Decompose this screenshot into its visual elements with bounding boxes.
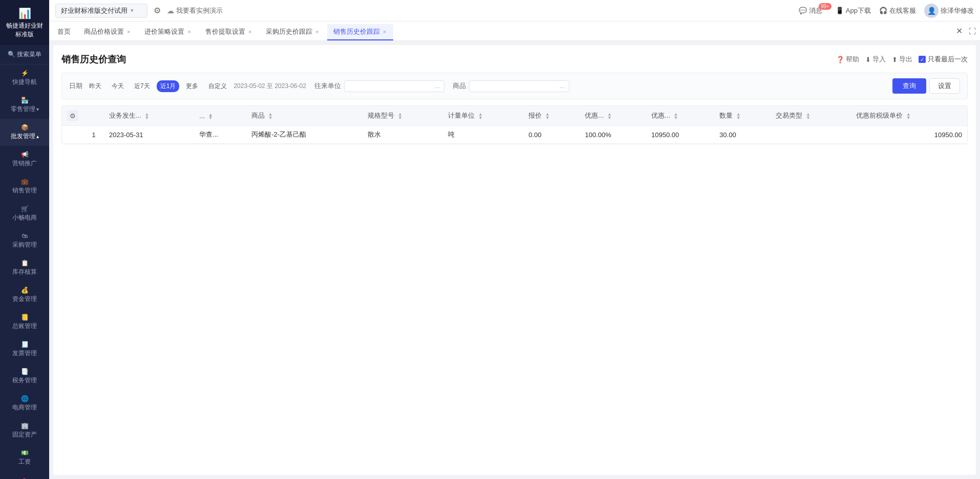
sidebar-logo[interactable]: 📊 畅捷通好业财 标准版 bbox=[0, 0, 49, 45]
date-btn-yesterday[interactable]: 昨天 bbox=[86, 80, 105, 92]
query-button[interactable]: 查询 bbox=[892, 78, 926, 94]
sidebar-item-assets[interactable]: 🏢 固定资产 bbox=[0, 417, 49, 444]
source-unit-input[interactable] bbox=[349, 82, 435, 90]
sales-label: 销售管理 bbox=[12, 186, 37, 195]
source-unit-filter-group: 往来单位 ... bbox=[314, 80, 444, 92]
col-header-quote[interactable]: 报价 ▲▼ bbox=[523, 106, 580, 126]
product-more-icon[interactable]: ... bbox=[560, 82, 565, 90]
sidebar-item-sales[interactable]: 💼 销售管理 bbox=[0, 173, 49, 200]
date-btn-custom[interactable]: 自定义 bbox=[205, 80, 230, 92]
tab-sales-history[interactable]: 销售历史价跟踪 × bbox=[327, 24, 393, 40]
sort-quote-icon[interactable]: ▲▼ bbox=[545, 113, 550, 119]
col-header-product[interactable]: 商品 ▲▼ bbox=[246, 106, 363, 126]
col-header-pretax-price[interactable]: 优惠前税级单价 ▲▼ bbox=[851, 106, 967, 126]
col-pretax-price-label: 优惠前税级单价 bbox=[856, 112, 903, 119]
date-btn-1month[interactable]: 近1月 bbox=[157, 80, 180, 92]
sidebar-search[interactable]: 🔍 搜索菜单 bbox=[0, 45, 49, 64]
nav-icon: ⚡ bbox=[21, 70, 29, 77]
tab-purchase-strategy-close[interactable]: × bbox=[186, 29, 191, 35]
user-menu[interactable]: 👤 徐泽华修改 bbox=[924, 4, 974, 18]
tab-home-label: 首页 bbox=[57, 27, 71, 36]
col-header-discount-pct[interactable]: 优惠... ▲▼ bbox=[580, 106, 646, 126]
col-header-unit[interactable]: 计量单位 ▲▼ bbox=[443, 106, 523, 126]
topbar-settings-icon[interactable]: ⚙ bbox=[154, 6, 161, 15]
col-quantity-label: 数量 bbox=[719, 112, 733, 119]
sort-unit-icon[interactable]: ▲▼ bbox=[478, 113, 483, 119]
date-btn-more[interactable]: 更多 bbox=[182, 80, 202, 92]
table-row[interactable]: 1 2023-05-31 华查... 丙烯酸-2-乙基己酯 散水 吨 0.00 … bbox=[62, 126, 967, 144]
sort-biz-date-icon[interactable]: ▲▼ bbox=[144, 113, 149, 119]
page-header-actions: ❓ 帮助 ⬇ 导入 ⬆ 导出 ✓ 只看最后一次 bbox=[836, 55, 968, 64]
col-header-discount-amt[interactable]: 优惠... ▲▼ bbox=[646, 106, 714, 126]
only-last-checkbox-wrapper[interactable]: ✓ 只看最后一次 bbox=[919, 55, 968, 64]
product-input[interactable] bbox=[474, 82, 560, 90]
sidebar-item-ledger[interactable]: 📒 总账管理 bbox=[0, 309, 49, 336]
sort-quantity-icon[interactable]: ▲▼ bbox=[736, 113, 741, 119]
tab-price-extract-label: 售价提取设置 bbox=[205, 27, 245, 36]
help-link[interactable]: ❓ 帮助 bbox=[836, 55, 859, 64]
salary-label: 工资 bbox=[18, 458, 31, 466]
sort-discount-amt-icon[interactable]: ▲▼ bbox=[674, 113, 678, 119]
column-settings-icon[interactable]: ⚙ bbox=[67, 110, 78, 121]
sort-discount-pct-icon[interactable]: ▲▼ bbox=[607, 113, 612, 119]
tab-price-extract[interactable]: 售价提取设置 × bbox=[199, 24, 259, 40]
sidebar-item-inventory[interactable]: 📋 库存核算 bbox=[0, 254, 49, 281]
app-download-button[interactable]: 📱 App下载 bbox=[836, 6, 871, 15]
row-spec-cell: 散水 bbox=[363, 126, 443, 144]
source-unit-more-icon[interactable]: ... bbox=[435, 82, 440, 90]
sidebar-item-invoice[interactable]: 🧾 发票管理 bbox=[0, 336, 49, 363]
sidebar-item-purchase[interactable]: 🛍 采购管理 bbox=[0, 227, 49, 254]
sidebar-item-marketing[interactable]: 📢 营销推广 bbox=[0, 146, 49, 173]
service-button[interactable]: 🎧 在线客服 bbox=[879, 6, 916, 15]
settings-button[interactable]: 设置 bbox=[929, 78, 960, 94]
date-filter-label: 日期 bbox=[69, 81, 82, 91]
logo-text-line2: 标准版 bbox=[15, 30, 34, 39]
tab-home[interactable]: 首页 bbox=[51, 24, 77, 40]
tab-sales-history-close[interactable]: × bbox=[382, 29, 387, 35]
sidebar-item-tax[interactable]: 📑 税务管理 bbox=[0, 363, 49, 390]
sort-product-icon[interactable]: ▲▼ bbox=[268, 113, 273, 119]
tab-price-settings[interactable]: 商品价格设置 × bbox=[78, 24, 137, 40]
tab-price-extract-close[interactable]: × bbox=[247, 29, 252, 35]
row-trade-type-cell bbox=[771, 126, 851, 144]
sidebar-item-salary[interactable]: 💵 工资 bbox=[0, 444, 49, 471]
import-link[interactable]: ⬇ 导入 bbox=[865, 55, 886, 64]
message-button[interactable]: 💬 消息 99+ bbox=[799, 6, 827, 15]
tabbar-expand-icon[interactable]: ⛶ bbox=[967, 26, 978, 36]
retail-label: 零售管理 bbox=[11, 105, 35, 114]
sidebar-item-finance[interactable]: 💰 资金管理 bbox=[0, 281, 49, 309]
sort-pretax-price-icon[interactable]: ▲▼ bbox=[906, 113, 911, 119]
sidebar-item-nav[interactable]: ⚡ 快捷导航 bbox=[0, 64, 49, 92]
module-name: 好业财标准版交付试用 bbox=[61, 6, 127, 15]
only-last-checkbox[interactable]: ✓ bbox=[919, 56, 926, 63]
tabbar-close-icon[interactable]: ✕ bbox=[953, 25, 966, 37]
col-header-extra[interactable]: ... ▲▼ bbox=[194, 106, 246, 126]
sort-trade-type-icon[interactable]: ▲▼ bbox=[806, 113, 811, 119]
date-btn-today[interactable]: 今天 bbox=[108, 80, 127, 92]
sidebar: 📊 畅捷通好业财 标准版 🔍 搜索菜单 ⚡ 快捷导航 🏪 零售管理 ▾ 📦 批发… bbox=[0, 0, 49, 479]
ledger-label: 总账管理 bbox=[12, 322, 37, 331]
search-label: 搜索菜单 bbox=[17, 51, 41, 58]
sidebar-item-smart[interactable]: 智能管理 bbox=[0, 471, 49, 479]
col-biz-date-label: 业务发生... bbox=[109, 112, 141, 119]
sidebar-item-ecommerce[interactable]: 🌐 电商管理 bbox=[0, 390, 49, 417]
tab-price-settings-close[interactable]: × bbox=[126, 29, 131, 35]
date-btn-7days[interactable]: 近7天 bbox=[131, 80, 154, 92]
col-header-biz-date[interactable]: 业务发生... ▲▼ bbox=[104, 106, 194, 126]
sort-extra-icon[interactable]: ▲▼ bbox=[208, 113, 213, 120]
sidebar-item-wholesale[interactable]: 📦 批发管理 ▴ bbox=[0, 119, 49, 146]
tab-purchase-strategy[interactable]: 进价策略设置 × bbox=[138, 24, 198, 40]
col-header-trade-type[interactable]: 交易类型 ▲▼ bbox=[771, 106, 851, 126]
export-link[interactable]: ⬆ 导出 bbox=[892, 55, 912, 64]
col-header-settings[interactable]: ⚙ bbox=[62, 106, 83, 126]
col-header-spec[interactable]: 规格型号 ▲▼ bbox=[363, 106, 443, 126]
sort-spec-icon[interactable]: ▲▼ bbox=[398, 113, 402, 119]
import-label: 导入 bbox=[872, 55, 886, 64]
tab-purchase-history[interactable]: 采购历史价跟踪 × bbox=[260, 24, 326, 40]
tab-purchase-history-close[interactable]: × bbox=[314, 29, 319, 35]
sidebar-item-ecommerce-small[interactable]: 🛒 小畅电商 bbox=[0, 200, 49, 227]
sidebar-item-retail[interactable]: 🏪 零售管理 ▾ bbox=[0, 92, 49, 119]
demo-button[interactable]: ☁ 我要看实例演示 bbox=[167, 6, 223, 15]
col-header-quantity[interactable]: 数量 ▲▼ bbox=[714, 106, 771, 126]
module-selector[interactable]: 好业财标准版交付试用 ▾ bbox=[55, 4, 147, 18]
